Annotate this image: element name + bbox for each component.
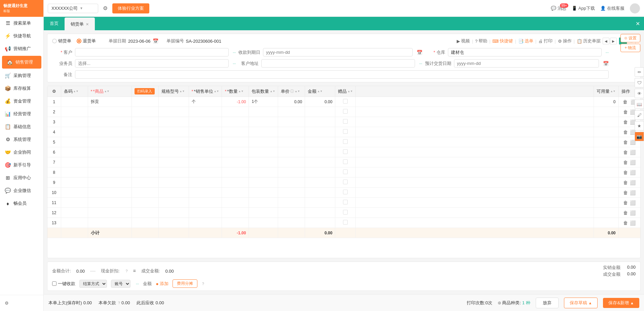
gift-checkbox[interactable] — [343, 169, 348, 174]
customer-addr-more-icon[interactable]: ··· — [419, 62, 422, 66]
app-download-btn[interactable]: 📱 App下载 — [572, 5, 595, 11]
sidebar-item-inventory[interactable]: 📦 库存核算 — [0, 82, 43, 95]
expected-date-calendar-icon[interactable]: 📅 — [603, 61, 609, 66]
delete-icon[interactable]: 🗑 — [623, 180, 628, 185]
delete-icon-1[interactable]: 🗑 — [623, 99, 628, 105]
delete-icon[interactable]: 🗑 — [623, 220, 628, 226]
row1-unit[interactable]: 个 — [189, 97, 222, 107]
copy-icon[interactable]: ⬜ — [630, 180, 636, 185]
gift-checkbox-1[interactable] — [343, 99, 348, 104]
prev-record-btn[interactable]: ◀ — [603, 38, 609, 44]
float-shield-btn[interactable]: 🛡 — [635, 78, 644, 87]
warehouse-input[interactable] — [448, 48, 602, 56]
salesperson-input[interactable] — [75, 59, 229, 68]
sidebar-item-sales[interactable]: 🏠 销售管理 — [2, 56, 41, 69]
history-link[interactable]: 📋 历史单据 — [577, 38, 601, 44]
set-btn[interactable]: ⊙ 设置 — [620, 34, 640, 42]
float-eye-btn[interactable]: 👁 — [635, 89, 644, 98]
sidebar-item-purchase[interactable]: 🛒 采购管理 — [0, 69, 43, 82]
sidebar-item-marketing[interactable]: 📢 营销推广 — [0, 42, 43, 55]
account-select[interactable]: 账号 — [111, 280, 130, 288]
gift-checkbox[interactable] — [343, 180, 348, 184]
settings-gear-icon[interactable]: ⚙ — [102, 4, 109, 13]
gift-checkbox[interactable] — [343, 149, 348, 154]
row1-gift[interactable] — [335, 97, 356, 107]
copy-icon[interactable]: ⬜ — [630, 220, 636, 226]
company-selector[interactable]: XXXXXX公司 ▼ — [48, 4, 98, 13]
expense-split-btn[interactable]: 费用分摊 — [173, 279, 197, 288]
float-book-btn[interactable]: 📖 — [635, 100, 644, 109]
sidebar-item-corp-collab[interactable]: 🤝 企业协同 — [0, 146, 43, 159]
print-link[interactable]: 🖨 打印 — [538, 38, 553, 44]
row1-pkg-qty[interactable]: 1个 — [249, 97, 278, 107]
add-payment-btn[interactable]: ● 添加 — [156, 281, 168, 287]
gift-checkbox[interactable] — [343, 220, 348, 225]
tab-close-icon[interactable]: ✕ — [86, 22, 89, 27]
one-key-pay-checkbox[interactable]: 一键收款 — [52, 281, 75, 287]
shortcuts-link[interactable]: ⌨ 快捷键 — [492, 38, 513, 44]
delete-icon[interactable]: 🗑 — [623, 140, 628, 145]
save-new-btn[interactable]: 保存&新增 ▲ — [603, 298, 639, 308]
gift-checkbox[interactable] — [343, 139, 348, 144]
next-record-btn[interactable]: ▶ — [610, 38, 617, 44]
select-order-link[interactable]: 📑 选单 — [518, 38, 533, 44]
price-info-icon[interactable]: ⓘ — [290, 89, 294, 94]
customer-input[interactable] — [75, 48, 229, 56]
row1-amount[interactable]: 0.00 — [305, 97, 335, 107]
sidebar-item-finance[interactable]: 💰 资金管理 — [0, 95, 43, 108]
delete-icon[interactable]: 🗑 — [623, 190, 628, 195]
tab-sales-order[interactable]: 销货单 ✕ — [65, 17, 95, 31]
delete-icon[interactable]: 🗑 — [623, 119, 628, 125]
sidebar-item-corp-wechat[interactable]: 💬 企业微信 — [0, 184, 43, 197]
user-avatar[interactable] — [630, 3, 640, 13]
sidebar-item-member[interactable]: ♦ 畅会员 — [0, 197, 43, 210]
float-edit-btn[interactable]: ✏ — [635, 67, 644, 77]
gift-checkbox[interactable] — [343, 109, 348, 114]
sidebar-item-app-center[interactable]: ⊞ 应用中心 — [0, 171, 43, 184]
row1-qty[interactable]: -1.00 — [222, 97, 249, 107]
settle-method-select[interactable]: 结算方式 — [79, 280, 107, 288]
row1-barcode[interactable] — [61, 97, 88, 107]
note-input[interactable] — [75, 70, 609, 79]
account-more-icon[interactable]: ··· — [136, 282, 139, 286]
delete-icon[interactable]: 🗑 — [623, 210, 628, 216]
copy-icon[interactable]: ⬜ — [630, 200, 636, 205]
delete-icon[interactable]: 🗑 — [623, 200, 628, 205]
debt-help-icon[interactable]: ? — [118, 301, 120, 305]
sidebar-item-operations[interactable]: 📊 经营管理 — [0, 108, 43, 120]
delete-icon[interactable]: 🗑 — [623, 150, 628, 155]
sidebar-item-search-order[interactable]: ☰ 搜索菜单 — [0, 17, 43, 30]
customer-more-icon[interactable]: ··· — [233, 50, 236, 54]
sidebar-item-base-info[interactable]: 📋 基础信息 — [0, 120, 43, 133]
expense-help-icon[interactable]: ? — [202, 282, 204, 286]
warehouse-more-icon[interactable]: ··· — [606, 50, 609, 54]
copy-icon[interactable]: ⬜ — [630, 160, 636, 165]
delete-icon[interactable]: 🗑 — [623, 109, 628, 115]
gift-checkbox[interactable] — [343, 210, 348, 215]
delete-icon[interactable]: 🗑 — [623, 170, 628, 175]
float-photo-btn[interactable]: 📷 — [635, 132, 644, 141]
gift-checkbox[interactable] — [343, 159, 348, 164]
due-date-calendar-icon[interactable]: 📅 — [417, 50, 422, 55]
scan-barcode-btn[interactable]: 扫码录入 — [135, 88, 155, 94]
customer-addr-input[interactable] — [261, 59, 415, 68]
calendar-icon[interactable]: 📅 — [153, 38, 158, 44]
config-icon[interactable]: ⚙ — [52, 89, 56, 94]
tab-home[interactable]: 首页 — [44, 17, 65, 30]
expected-date-input[interactable] — [454, 59, 599, 68]
sidebar-item-guide[interactable]: 🎯 新手引导 — [0, 159, 43, 171]
radio-sales-order[interactable]: 销货单 — [52, 38, 71, 44]
cash-discount-help-icon[interactable]: ? — [126, 269, 128, 273]
row1-goods[interactable]: 拆贡 — [88, 97, 131, 107]
message-btn[interactable]: 💬 消息 99+ — [551, 5, 566, 11]
sidebar-settings-btn[interactable]: ⚙ — [0, 298, 43, 308]
gift-checkbox[interactable] — [343, 190, 348, 194]
video-link[interactable]: ▶ 视频 — [457, 38, 470, 44]
one-key-pay-check[interactable] — [52, 281, 56, 286]
sidebar-item-sys-mgmt[interactable]: ⚙ 系统管理 — [0, 133, 43, 146]
gift-checkbox[interactable] — [343, 119, 348, 124]
due-date-input[interactable] — [263, 48, 412, 56]
trial-btn[interactable]: 体验行业方案 — [112, 3, 149, 13]
logistics-btn[interactable]: + 物流 — [620, 44, 640, 52]
close-window-icon[interactable]: ✕ — [636, 21, 640, 27]
